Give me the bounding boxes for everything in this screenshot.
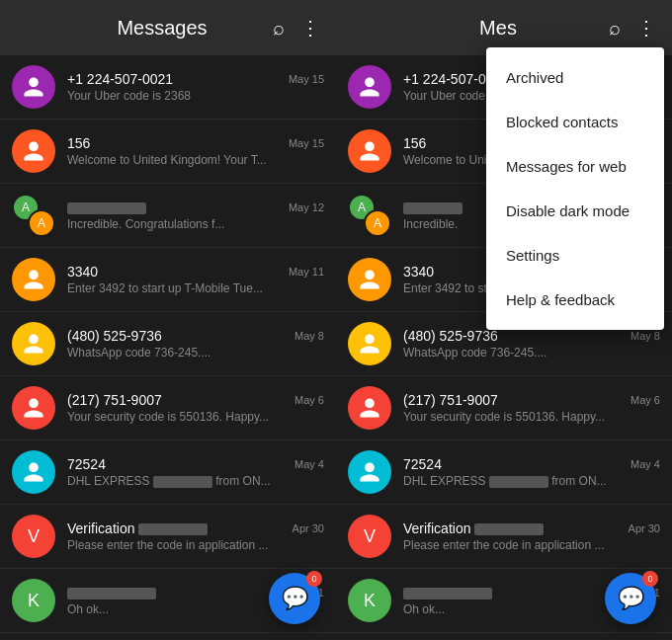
search-icon[interactable]: ⌕	[273, 18, 285, 38]
avatar-2: A	[28, 209, 55, 237]
message-item[interactable]: V Verification Apr 30 Please enter the c…	[0, 505, 336, 569]
msg-content: Verification Apr 30 Please enter the cod…	[403, 520, 660, 552]
msg-name-container: (217) 751-9007	[403, 392, 498, 408]
msg-date: Apr 30	[293, 522, 324, 534]
msg-name-container: 156	[67, 135, 90, 151]
msg-name-container: 72524	[67, 456, 106, 472]
left-header-title: Messages	[51, 17, 273, 40]
preview-redacted	[489, 476, 548, 488]
msg-name-container: +1 224-507-0021	[67, 71, 173, 87]
preview-redacted	[153, 476, 212, 488]
avatar: K	[12, 579, 55, 622]
dropdown-item[interactable]: Settings	[486, 233, 664, 278]
msg-content: (217) 751-9007 May 6 Your security code …	[403, 392, 660, 424]
msg-name-container	[67, 200, 146, 215]
msg-name: (217) 751-9007	[67, 392, 162, 408]
msg-header-row: May 12	[67, 200, 324, 215]
dropdown-item[interactable]: Blocked contacts	[486, 100, 664, 144]
msg-preview: Your security code is 550136. Happy...	[67, 410, 324, 424]
msg-preview: Please enter the code in application ...	[67, 538, 324, 552]
msg-header-row: Verification Apr 30	[403, 520, 660, 536]
avatar	[12, 129, 55, 173]
message-item[interactable]: (480) 525-9736 May 8 WhatsApp code 736-2…	[0, 312, 336, 376]
msg-name-container: (480) 525-9736	[403, 328, 498, 344]
avatar-stack: A A	[348, 194, 391, 237]
msg-preview: WhatsApp code 736-245....	[67, 346, 324, 360]
message-item[interactable]: Thank you	[336, 633, 672, 640]
left-header: Messages ⌕ ⋮	[0, 0, 336, 55]
msg-preview: Welcome to United Kingdom! Your T...	[67, 153, 324, 167]
msg-date: May 8	[294, 330, 324, 342]
message-item[interactable]: V Verification Apr 30 Please enter the c…	[336, 505, 672, 569]
message-item[interactable]: (217) 751-9007 May 6 Your security code …	[336, 376, 672, 440]
message-item[interactable]: 72524 May 4 DHL EXPRESS from ON...	[0, 440, 336, 505]
msg-preview: Incredible. Congratulations f...	[67, 217, 324, 231]
msg-name-container: +1 224-507-00	[403, 71, 493, 87]
msg-name-container: Verification	[403, 520, 544, 536]
avatar: V	[12, 515, 55, 558]
message-item[interactable]: 3340 May 11 Enter 3492 to start up T-Mob…	[0, 248, 336, 312]
right-compose-fab[interactable]: 💬 0	[605, 573, 656, 624]
msg-date: May 6	[294, 394, 324, 406]
msg-header-row: (480) 525-9736 May 8	[67, 328, 324, 344]
msg-name-container	[403, 585, 492, 600]
msg-name: 72524	[67, 456, 106, 472]
dropdown-item[interactable]: Disable dark mode	[486, 189, 664, 233]
msg-name: 156	[403, 135, 426, 151]
avatar	[348, 450, 391, 494]
name-redacted	[403, 588, 492, 600]
message-item[interactable]: 72524 May 4 DHL EXPRESS from ON...	[336, 440, 672, 505]
avatar	[348, 129, 391, 173]
more-options-icon[interactable]: ⋮	[300, 18, 320, 38]
msg-header-row: (480) 525-9736 May 8	[403, 328, 660, 344]
msg-date: May 4	[630, 458, 660, 470]
avatar	[12, 258, 55, 301]
msg-name: 72524	[403, 456, 442, 472]
msg-preview: Please enter the code in application ...	[403, 538, 660, 552]
msg-header-row: +1 224-507-0021 May 15	[67, 71, 324, 87]
message-item[interactable]: 156 May 15 Welcome to United Kingdom! Yo…	[0, 120, 336, 184]
avatar	[348, 65, 391, 109]
msg-name: (217) 751-9007	[403, 392, 498, 408]
msg-name: +1 224-507-0021	[67, 71, 173, 87]
message-item[interactable]: +1 224-507-0021 May 15 Your Uber code is…	[0, 55, 336, 120]
msg-preview: Your Uber code is 2368	[67, 89, 324, 103]
msg-date: May 8	[630, 330, 660, 342]
message-item[interactable]: (217) 751-9007 May 6 Your security code …	[0, 376, 336, 440]
msg-date: May 6	[630, 394, 660, 406]
msg-date: May 4	[294, 458, 324, 470]
msg-content: +1 224-507-0021 May 15 Your Uber code is…	[67, 71, 324, 103]
right-more-options-icon[interactable]: ⋮	[636, 18, 656, 38]
msg-content: Verification Apr 30 Please enter the cod…	[67, 520, 324, 552]
message-item[interactable]: A A May 12 Incredible. Congratulations f…	[0, 184, 336, 248]
msg-header-row: Verification Apr 30	[67, 520, 324, 536]
left-panel: Messages ⌕ ⋮ +1 224-507-0021 May 15 Your…	[0, 0, 336, 640]
avatar-2: A	[364, 209, 391, 237]
name-redacted	[138, 523, 208, 535]
avatar: V	[348, 515, 391, 558]
msg-content: 3340 May 11 Enter 3492 to start up T-Mob…	[67, 264, 324, 295]
msg-name-container: 3340	[67, 264, 98, 280]
msg-name-container	[403, 200, 462, 215]
msg-header-row: 72524 May 4	[67, 456, 324, 472]
avatar	[348, 322, 391, 365]
message-item[interactable]: Thank you	[0, 633, 336, 640]
msg-name-container: 156	[403, 135, 426, 151]
dropdown-item[interactable]: Messages for web	[486, 144, 664, 189]
dropdown-item[interactable]: Help & feedback	[486, 278, 664, 322]
right-search-icon[interactable]: ⌕	[609, 18, 621, 38]
msg-content: 72524 May 4 DHL EXPRESS from ON...	[403, 456, 660, 488]
msg-name: (480) 525-9736	[67, 328, 162, 344]
name-redacted	[403, 202, 462, 214]
right-compose-icon: 💬	[618, 586, 644, 611]
avatar	[348, 258, 391, 301]
compose-fab[interactable]: 💬 0	[269, 573, 320, 624]
left-header-icons: ⌕ ⋮	[273, 18, 320, 38]
msg-name: Verification	[67, 520, 134, 536]
avatar-stack: A A	[12, 194, 55, 237]
msg-name: +1 224-507-00	[403, 71, 493, 87]
dropdown-menu: ArchivedBlocked contactsMessages for web…	[486, 47, 664, 330]
left-messages-list: +1 224-507-0021 May 15 Your Uber code is…	[0, 55, 336, 640]
dropdown-item[interactable]: Archived	[486, 55, 664, 100]
avatar: K	[348, 579, 391, 622]
